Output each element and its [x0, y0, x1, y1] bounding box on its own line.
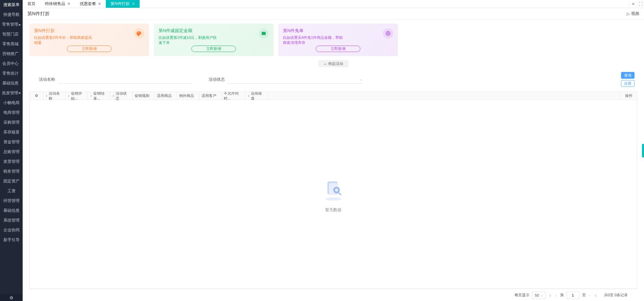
sidebar-retail[interactable]: 零售管理 — [0, 20, 23, 29]
target-icon — [383, 28, 393, 39]
video-link[interactable]: ▷ 视频 — [627, 11, 639, 17]
activity-name-label: 活动名称 — [36, 77, 55, 82]
drawer-handle[interactable] — [642, 144, 644, 157]
sidebar-item-xiaochang[interactable]: 小畅电商 — [0, 98, 23, 108]
promo-cards: 第N件打折 比如设置第2件半价，帮助商家提高销量 立即新增 第N件减固定金额 比… — [23, 20, 644, 56]
page-title: 第N件打折 — [27, 11, 50, 17]
tab-bar: 首页 特殊销售品 ✕ 优惠套餐 ✕ 第N件打折 ✕ ✕ ⛶ — [23, 0, 644, 8]
column-settings[interactable]: ⚙ — [30, 92, 43, 100]
sidebar-item-funds[interactable]: 资金管理 — [0, 137, 23, 147]
tag-icon — [134, 28, 144, 39]
sidebar-quicknav[interactable]: 快捷导航 — [0, 10, 23, 20]
play-icon: ▷ — [627, 11, 630, 16]
promo-add-button[interactable]: 立即新增 — [67, 46, 112, 52]
search-row: 活动名称 活动状态 ⌄ 查询 设置 — [23, 69, 644, 90]
promo-title: 第N件减固定金额 — [159, 28, 269, 34]
sidebar-item-salary[interactable]: 工资 — [0, 186, 23, 196]
first-page-button[interactable]: |‹ — [548, 293, 552, 297]
column-exclusive[interactable]: 不允许同时... — [222, 92, 245, 100]
video-label: 视频 — [631, 11, 639, 17]
promo-add-button[interactable]: 立即新增 — [316, 46, 360, 52]
gear-icon[interactable]: ⚙ — [9, 295, 14, 300]
activity-status-label: 活动状态 — [206, 77, 225, 82]
per-page-select[interactable]: 50 ⌄ — [532, 292, 546, 299]
next-page-button[interactable]: › — [589, 293, 591, 297]
sidebar-item-ecommerce[interactable]: 电商管理 — [0, 108, 23, 118]
per-page-label: 每页显示 — [515, 293, 529, 298]
sidebar-footer: ⚙ — [0, 294, 23, 301]
activity-name-input[interactable] — [58, 75, 192, 84]
sidebar: 搜索菜单 快捷导航 零售管理 智慧门店 零售商城 营销推广 会员中心 零售统计 … — [0, 0, 23, 301]
sidebar-item-mall[interactable]: 零售商城 — [0, 39, 23, 49]
setting-button[interactable]: 设置 — [621, 80, 635, 87]
activity-status-select[interactable]: ⌄ — [228, 75, 362, 84]
sidebar-item-smartstore[interactable]: 智慧门店 — [0, 29, 23, 39]
svg-rect-8 — [338, 192, 342, 196]
svg-point-7 — [335, 188, 338, 192]
sort-icon: ▲▼ — [45, 95, 48, 97]
tab-combo[interactable]: 优惠套餐 ✕ — [75, 0, 106, 8]
sidebar-item-ledger[interactable]: 总账管理 — [0, 147, 23, 157]
sidebar-item-member[interactable]: 会员中心 — [0, 59, 23, 69]
sidebar-item-purchase[interactable]: 采购管理 — [0, 118, 23, 127]
empty-text: 暂无数据 — [325, 207, 341, 213]
column-channel[interactable]: ▲▼适用渠道 — [245, 92, 268, 100]
prev-page-button[interactable]: ‹ — [555, 293, 557, 297]
sidebar-item-assets[interactable]: 固定资产 — [0, 176, 23, 186]
fullscreen-icon[interactable]: ⛶ — [637, 0, 644, 8]
close-icon[interactable]: ✕ — [98, 2, 101, 6]
column-end[interactable]: ▲▼促销结束... — [88, 92, 110, 100]
sidebar-item-invoice[interactable]: 发票管理 — [0, 157, 23, 167]
sidebar-item-basicinfo[interactable]: 基础信息 — [0, 78, 23, 88]
chevron-down-icon: ⌄ — [540, 293, 543, 297]
collapse-button[interactable]: ︽ 收起活动 — [318, 60, 349, 67]
query-button[interactable]: 查询 — [621, 72, 635, 79]
promo-card-reduce: 第N件减固定金额 比如设置第2件减10元，刺激用户快速下单 立即新增 — [154, 24, 273, 56]
chevron-down-icon: ⌄ — [359, 77, 362, 81]
sort-icon: ▲▼ — [112, 95, 115, 97]
column-start[interactable]: ▲▼促销开始... — [66, 92, 88, 100]
page-prefix: 第 — [560, 293, 564, 298]
last-page-button[interactable]: ›| — [594, 293, 597, 297]
page-input[interactable] — [567, 292, 579, 299]
svg-point-2 — [387, 33, 389, 34]
promo-desc: 比如设置买4件免1件商品金额，帮助商家清理库存 — [283, 35, 344, 46]
tabs-close-all-icon[interactable]: ✕ — [629, 0, 637, 8]
tab-label: 优惠套餐 — [80, 1, 96, 7]
sidebar-item-basic2[interactable]: 基础信息 — [0, 206, 23, 216]
chevron-up-icon — [18, 24, 21, 25]
sidebar-wholesale[interactable]: 批发管理 — [0, 88, 23, 98]
column-action: 操作 — [620, 92, 637, 100]
column-rule: 促销规则 — [133, 92, 155, 100]
sort-icon: ▲▼ — [68, 95, 70, 97]
coupon-icon — [259, 28, 269, 39]
sidebar-item-business[interactable]: 经营管理 — [0, 196, 23, 206]
collapse-bar: ︽ 收起活动 — [23, 60, 644, 67]
tab-home[interactable]: 首页 — [23, 0, 40, 8]
promo-add-button[interactable]: 立即新增 — [191, 46, 236, 52]
tab-nth-discount[interactable]: 第N件打折 ✕ — [106, 0, 140, 8]
close-icon[interactable]: ✕ — [67, 2, 70, 6]
sidebar-wholesale-label: 批发管理 — [2, 90, 18, 96]
sidebar-search[interactable]: 搜索菜单 — [0, 0, 23, 10]
column-except: 例外商品 — [177, 92, 199, 100]
sidebar-item-marketing[interactable]: 营销推广 — [0, 49, 23, 59]
sidebar-item-guide[interactable]: 新手引导 — [0, 235, 23, 245]
sidebar-item-tax[interactable]: 税务管理 — [0, 167, 23, 176]
column-name[interactable]: ▲▼活动名称 — [43, 92, 66, 100]
sidebar-item-stats[interactable]: 零售统计 — [0, 69, 23, 78]
tab-label: 特殊销售品 — [45, 1, 65, 7]
pagination: 每页显示 50 ⌄ |‹ ‹ 第 页 › ›| 共0页 0条记录 — [29, 289, 637, 301]
promo-title: 第N件免单 — [283, 28, 393, 34]
empty-illustration-icon — [320, 176, 347, 203]
tab-special-sale[interactable]: 特殊销售品 ✕ — [40, 0, 75, 8]
sidebar-item-enterprise[interactable]: 企业协同 — [0, 225, 23, 235]
sidebar-item-inventory[interactable]: 库存核算 — [0, 127, 23, 137]
sidebar-item-system[interactable]: 系统管理 — [0, 216, 23, 225]
page-header: 第N件打折 ▷ 视频 — [23, 8, 644, 20]
column-status[interactable]: ▲▼活动状态 — [110, 92, 133, 100]
tab-label: 第N件打折 — [111, 1, 130, 7]
column-customers: 适用客户 — [199, 92, 222, 100]
table-header: ⚙ ▲▼活动名称 ▲▼促销开始... ▲▼促销结束... ▲▼活动状态 促销规则… — [30, 92, 637, 100]
close-icon[interactable]: ✕ — [132, 2, 135, 6]
